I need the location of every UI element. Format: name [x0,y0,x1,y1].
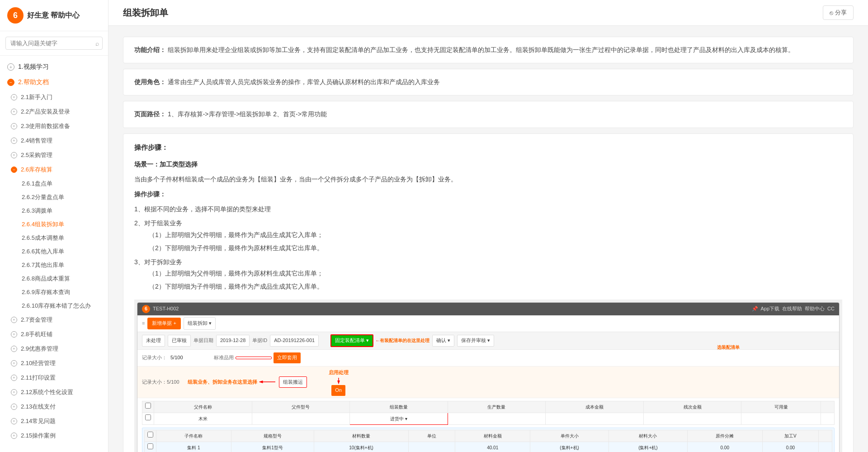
plus-icon-23: + [11,123,17,129]
sub-col-name: 子件名称 [156,430,231,442]
sidebar-item-other-out[interactable]: 2.6.7其他出库单 [0,258,108,272]
mock-order-label: 单据ID [252,336,267,345]
nav-subsection-26: − 2.6库存核算 2.6.1盘点单 2.6.2分量盘点单 2.6.3调拨单 2… [0,162,108,313]
mock-nav-left: ≡ [142,319,145,328]
sidebar-item-data-prep[interactable]: + 2.3使用前数据准备 [0,119,108,133]
plus-icon-211: + [11,375,17,381]
sidebar-item-batch-stocktake[interactable]: 2.6.2分量盘点单 [0,190,108,204]
sidebar-item-cost-recalc[interactable]: 2.6.8商品成本重算 [0,272,108,285]
mock-action-btn[interactable]: 确认 ▾ [432,335,454,347]
row-available [741,413,821,425]
nav-subsection-213: + 2.13在线支付 [0,400,108,414]
col-produce-qty: 生产数量 [448,401,546,413]
sidebar-item-beginner[interactable]: + 2.1新手入门 [0,90,108,105]
col-available: 可用量 [741,401,821,413]
share-button[interactable]: ⎋ 分享 [823,5,854,20]
col-cost-amt: 成本金额 [546,401,644,413]
row-parent-model [252,413,350,425]
sidebar-item-personalize[interactable]: + 2.12系统个性化设置 [0,385,108,400]
row-check[interactable] [142,413,154,425]
step2-sub2: （2）下部明细为子件明细，最终作为原材料生成其它出库单。 [134,243,842,254]
role-text: 使用角色： 通常由生产人员或库管人员完成拆装业务的操作，库管人员确认原材料的出库… [134,76,842,88]
mock-new-btn[interactable]: 新增单据 + [147,318,180,329]
mock-doc-type[interactable]: 组装拆卸 ▾ [184,317,216,330]
sidebar-item-install[interactable]: + 2.2产品安装及登录 [0,105,108,119]
mock-bom-select-input[interactable] [236,357,272,359]
path-card: 页面路径： 1、库存核算->库存管理->组装拆卸单 2、首页->常用功能 [123,101,854,128]
col-parent-model: 父件型号 [252,401,350,413]
sidebar-item-assembly[interactable]: 2.6.4组装拆卸单 [0,218,108,231]
sub-col-share: 原件分摊 [687,430,762,442]
sub-col-unit: 单位 [408,430,455,442]
sidebar-item-sales[interactable]: + 2.4销售管理 [0,133,108,148]
scenario1-title: 场景一：加工类型选择 [134,159,842,170]
nav-subsection-210: + 2.10经营管理 [0,356,108,371]
step2: 2、对于组装业务 （1）上部明细为父件明细，最终作为产成品生成其它入库单； （2… [134,218,842,254]
annotation-enable-text: 启用处理 [329,368,349,377]
sidebar-item-other-in[interactable]: 2.6.6其他入库单 [0,245,108,258]
mock-avatar: CC [827,305,835,314]
nav-level3-items-26: 2.6.1盘点单 2.6.2分量盘点单 2.6.3调拨单 2.6.4组装拆卸单 … [0,177,108,313]
intro-card: 功能介绍： 组装拆卸单用来处理企业组装或拆卸等加工业务，支持有固定装配清单的产品… [123,37,854,63]
nav-subsection-215: + 2.15操作案例 [0,428,108,443]
mock-tab-approved[interactable]: 已审核 [168,335,191,347]
sidebar-item-stock-query[interactable]: 2.6.9库存账本查询 [0,285,108,299]
nav-section-2: − 2.帮助文档 + 2.1新手入门 + 2.2产品安装及登录 [0,75,108,443]
minus-icon-26: − [11,167,17,173]
minus-icon: − [7,79,14,86]
page-title: 组装拆卸单 [123,7,168,19]
mock-app-logo: 6 [142,305,150,313]
sidebar-item-faq[interactable]: + 2.14常见问题 [0,414,108,428]
mock-sub-table: 子件名称 规格型号 材料数量 单位 材料金额 单件大小 材料大小 原件分摊 加工 [144,430,832,452]
sidebar-item-transfer[interactable]: 2.6.3调拨单 [0,204,108,218]
mock-app-id: TEST-H002 [153,305,179,314]
sidebar-item-cases[interactable]: + 2.15操作案例 [0,428,108,443]
mock-bom-btn[interactable]: 固定装配清单 ▾ [330,334,373,347]
plus-icon-27: + [11,317,17,323]
annotation-type-text: 组装业务、拆卸业务在这里选择 [188,378,257,387]
sidebar-item-help-docs[interactable]: − 2.帮助文档 [0,75,108,90]
plus-icon-21: + [11,94,17,100]
nav-subsection-22: + 2.2产品安装及登录 [0,105,108,119]
search-input[interactable] [5,37,103,50]
sidebar-item-coupon[interactable]: + 2.9优惠券管理 [0,342,108,356]
role-card: 使用角色： 通常由生产人员或库管人员完成拆装业务的操作，库管人员确认原材料的出库… [123,69,854,95]
mock-enable-btn[interactable]: On [331,385,345,396]
sidebar-item-ops[interactable]: + 2.10经营管理 [0,356,108,371]
sidebar-item-mobile[interactable]: + 2.8手机旺铺 [0,327,108,342]
sidebar-item-stock-fix[interactable]: 2.6.10库存账本错了怎么办 [0,299,108,313]
col-assemble-qty: 组装数量 [350,401,448,413]
scenario1-desc: 当由多个子件材料组装成一个成品的业务为【组装】业务，当由一个父件拆分成多个子产品… [134,174,842,185]
sidebar-item-video-learning[interactable]: + 1.视频学习 [0,59,108,75]
sidebar-item-inventory[interactable]: − 2.6库存核算 [0,162,108,177]
nav-subsection-25: + 2.5采购管理 [0,148,108,162]
annotation-select-bom: 选装配清单 [717,343,740,352]
mock-save-btn[interactable]: 保存并审核 ▾ [457,335,494,347]
row-action [821,413,835,425]
sidebar-item-cost-adjust[interactable]: 2.6.5成本调整单 [0,231,108,245]
plus-icon-29: + [11,346,17,352]
steps-card: 操作步骤： 场景一：加工类型选择 当由多个子件材料组装成一个成品的业务为【组装】… [123,133,854,452]
select-all-checkbox[interactable] [145,403,151,409]
mock-record-val: 5/100 [170,353,183,362]
mock-date-val[interactable]: 2019-12-28 [216,335,250,347]
sidebar-item-stocktake[interactable]: 2.6.1盘点单 [0,177,108,190]
mock-bom-apply-btn[interactable]: 立即套用 [274,352,301,363]
mock-order-val[interactable]: AD-20191226-001 [270,335,319,347]
row-parent-name: 木米 [154,413,252,425]
mock-date-label: 单据日期 [193,336,213,345]
row-produce-qty [448,413,546,425]
sidebar-logo: 6 好生意 帮助中心 [0,0,108,31]
annotation-bom: ← [375,337,380,345]
sidebar-item-purchase[interactable]: + 2.5采购管理 [0,148,108,162]
mock-type-selector[interactable]: 组装搬运 [279,376,307,388]
plus-icon-215: + [11,433,17,439]
sidebar: 6 好生意 帮助中心 ⌕ + 1.视频学习 − 2.帮助文档 + [0,0,108,452]
row-defect-amt [643,413,741,425]
sidebar-item-finance[interactable]: + 2.7资金管理 [0,313,108,327]
sub-act-1 [819,442,832,452]
sidebar-item-payment[interactable]: + 2.13在线支付 [0,400,108,414]
sidebar-item-print[interactable]: + 2.11打印设置 [0,371,108,385]
mock-help-icon: 在线帮助 [782,305,802,314]
mock-tab-unprocessed[interactable]: 未处理 [142,335,165,347]
